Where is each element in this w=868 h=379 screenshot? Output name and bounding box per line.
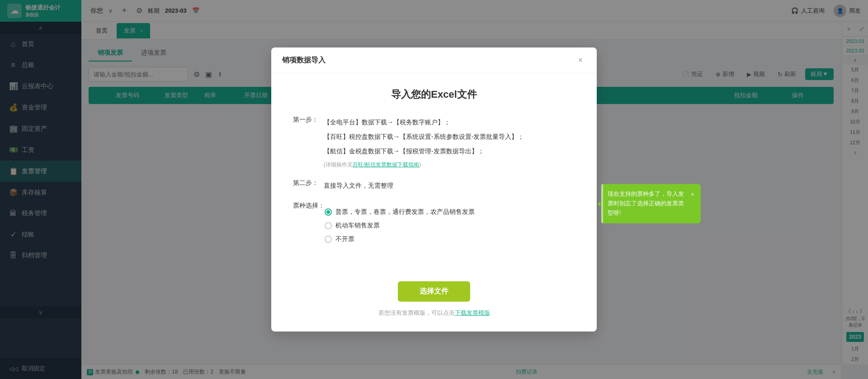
tooltip-close-button[interactable]: ×: [691, 190, 694, 199]
modal-header: 销项数据导入 ×: [271, 47, 597, 73]
download-template-link[interactable]: 下载发票模版: [455, 309, 490, 316]
step2-text: 直接导入文件，无需整理: [324, 179, 393, 192]
step1-line-3: 【航信】金税盘数据下载→【报税管理-发票数据导出】；: [324, 145, 524, 157]
import-modal: 销项数据导入 × 导入您的Excel文件 第一步： 【全电平台】数据下载→【税务…: [271, 47, 597, 332]
modal-overlay: 销项数据导入 × 导入您的Excel文件 第一步： 【全电平台】数据下载→【税务…: [0, 0, 868, 379]
radio-label-1: 机动车销售发票: [335, 222, 380, 230]
step1-line-2: 【百旺】税控盘数据下载→【系统设置-系统参数设置-发票批量导入】；: [324, 130, 524, 143]
step1-link[interactable]: 百旺/航信发票数据下载指南: [353, 161, 419, 168]
radio-item-0[interactable]: 普票，专票，卷票，通行费发票，农产品销售发票: [325, 208, 475, 216]
step1-link-prefix: (详细操作见: [324, 161, 353, 168]
radio-item-1[interactable]: 机动车销售发票: [325, 222, 475, 230]
modal-main-title: 导入您的Excel文件: [293, 88, 575, 101]
tooltip-text: 现在支持的票种多了，导入发票时别忘了选择正确的发票类型呀!: [608, 190, 684, 216]
radio-circle-2: [325, 236, 332, 243]
modal-download-line: 若您没有发票模版，可以点击下载发票模版: [378, 309, 490, 317]
step-1: 第一步： 【全电平台】数据下载→【税务数字账户】； 【百旺】税控盘数据下载→【系…: [293, 116, 575, 170]
modal-body: 导入您的Excel文件 第一步： 【全电平台】数据下载→【税务数字账户】； 【百…: [271, 73, 597, 270]
ticket-label: 票种选择：: [293, 202, 325, 210]
step1-link-suffix: ): [419, 161, 421, 168]
step1-link-line: (详细操作见百旺/航信发票数据下载指南): [324, 159, 524, 170]
tooltip: × 现在支持的票种多了，导入发票时别忘了选择正确的发票类型呀!: [601, 184, 701, 223]
radio-circle-0: [325, 208, 332, 216]
step1-line-1: 【全电平台】数据下载→【税务数字账户】；: [324, 116, 524, 128]
download-prefix: 若您没有发票模版，可以点击: [378, 309, 455, 316]
modal-title: 销项数据导入: [282, 56, 326, 65]
step1-label: 第一步：: [293, 116, 318, 170]
radio-item-2[interactable]: 不开票: [325, 235, 475, 243]
step2-label: 第二步：: [293, 179, 318, 192]
radio-label-0: 普票，专票，卷票，通行费发票，农产品销售发票: [335, 208, 475, 216]
tooltip-accent-bar: [601, 184, 603, 223]
step1-content: 【全电平台】数据下载→【税务数字账户】； 【百旺】税控盘数据下载→【系统设置-系…: [324, 116, 524, 170]
modal-close-button[interactable]: ×: [575, 55, 586, 66]
radio-circle-1: [325, 222, 332, 229]
select-file-button[interactable]: 选择文件: [398, 281, 470, 302]
ticket-selection: 票种选择： 普票，专票，卷票，通行费发票，农产品销售发票 机动车销售发票: [293, 201, 575, 256]
modal-footer: 选择文件 若您没有发票模版，可以点击下载发票模版: [271, 270, 597, 332]
radio-dot-0: [326, 210, 330, 214]
radio-label-2: 不开票: [335, 235, 354, 243]
step-2: 第二步： 直接导入文件，无需整理: [293, 179, 575, 192]
radio-group: 普票，专票，卷票，通行费发票，农产品销售发票 机动车销售发票 不开票: [325, 208, 475, 249]
